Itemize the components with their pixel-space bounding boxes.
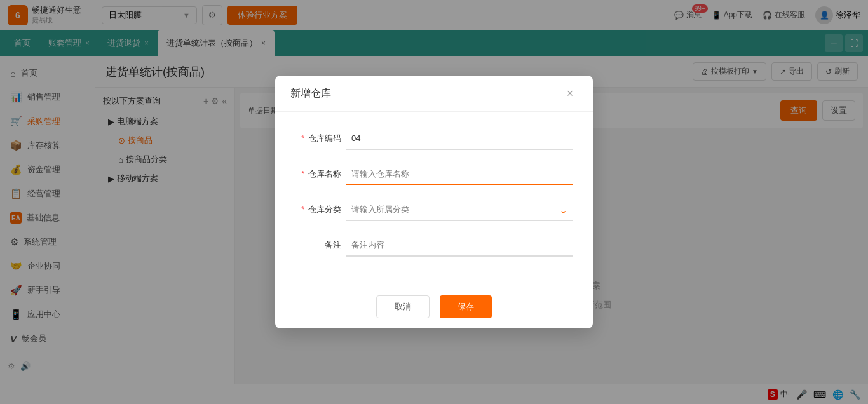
warehouse-code-label: * 仓库编码 [295,133,346,144]
modal-header: 新增仓库 × [275,76,593,112]
warehouse-code-input[interactable] [346,127,573,150]
warehouse-category-label: * 仓库分类 [295,204,346,215]
warehouse-name-input[interactable] [346,163,573,185]
warehouse-name-label: * 仓库名称 [295,168,346,180]
modal-body: * 仓库编码 * 仓库名称 * 仓库分类 [275,112,593,285]
modal-close-button[interactable]: × [562,86,578,101]
warehouse-name-row: * 仓库名称 [295,163,573,185]
modal-overlay[interactable]: 新增仓库 × * 仓库编码 * 仓库名称 [0,0,868,404]
modal-footer: 取消 保存 [275,285,593,328]
modal-title: 新增仓库 [290,87,331,100]
warehouse-category-input[interactable] [346,198,573,221]
warehouse-modal: 新增仓库 × * 仓库编码 * 仓库名称 [275,76,593,328]
notes-label: 备注 [295,239,346,251]
warehouse-category-row: * 仓库分类 ⌄ [295,198,573,221]
warehouse-category-wrapper: ⌄ [346,198,573,221]
save-button[interactable]: 保存 [440,295,492,318]
notes-row: 备注 [295,234,573,257]
notes-input[interactable] [346,234,573,257]
warehouse-code-row: * 仓库编码 [295,127,573,150]
cancel-button[interactable]: 取消 [376,295,430,318]
